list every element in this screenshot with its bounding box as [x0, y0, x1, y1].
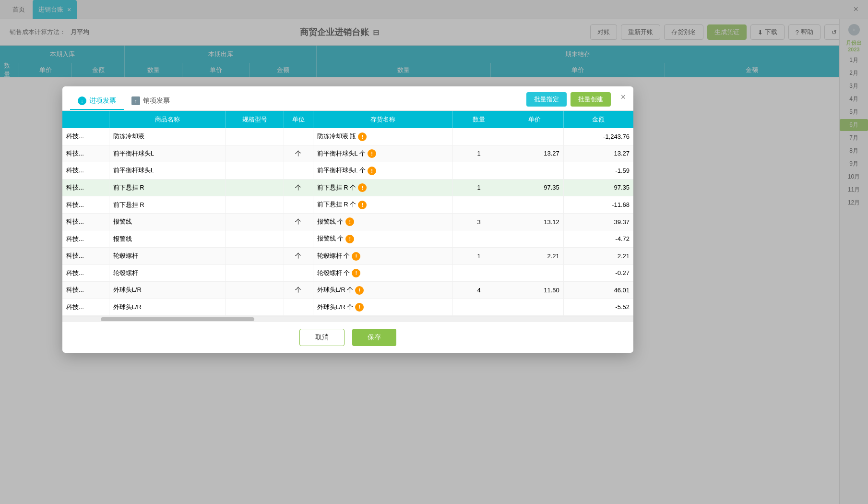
cell-1-0: 科技... — [62, 145, 109, 162]
cell-4-2 — [226, 196, 284, 214]
cell-7-0: 科技... — [62, 247, 109, 264]
cell-10-6 — [505, 299, 563, 316]
cell-3-0: 科技... — [62, 179, 109, 196]
incoming-tab-icon: ↓ — [78, 96, 86, 105]
cell-8-0: 科技... — [62, 264, 109, 282]
cell-1-2 — [226, 145, 284, 162]
cell-5-3: 个 — [284, 213, 313, 230]
outgoing-tab-icon: ↑ — [131, 96, 140, 105]
cell-7-3: 个 — [284, 247, 313, 264]
cell-7-1: 轮毂螺杆 — [109, 247, 226, 264]
col-header-spec: 规格型号 — [226, 111, 284, 128]
table-row[interactable]: 科技...报警线个报警线 个!313.1239.37 — [62, 213, 633, 230]
cell-9-7: 46.01 — [563, 282, 633, 299]
cell-3-2 — [226, 179, 284, 196]
warning-icon: ! — [345, 235, 354, 243]
cell-10-3 — [284, 299, 313, 316]
cancel-button[interactable]: 取消 — [299, 329, 345, 346]
modal-dialog: ↓ 进项发票 ↑ 销项发票 批量指定 批量创建 × 商品名称 规格型号 单位 存… — [62, 86, 633, 353]
cell-3-4: 前下悬挂 R 个! — [313, 179, 452, 196]
cell-2-2 — [226, 162, 284, 180]
batch-create-button[interactable]: 批量创建 — [571, 92, 611, 107]
cell-1-6: 13.27 — [505, 145, 563, 162]
modal-close-icon[interactable]: × — [620, 92, 626, 107]
batch-assign-button[interactable]: 批量指定 — [526, 92, 567, 107]
cell-9-3: 个 — [284, 282, 313, 299]
col-header-amount: 金额 — [563, 111, 633, 128]
table-row[interactable]: 科技...防冻冷却液防冻冷却液 瓶!-1,243.76 — [62, 128, 633, 145]
warning-icon: ! — [368, 149, 376, 158]
cell-1-1: 前平衡杆球头L — [109, 145, 226, 162]
table-row[interactable]: 科技...前平衡杆球头L个前平衡杆球头L 个!113.2713.27 — [62, 145, 633, 162]
cell-6-7: -4.72 — [563, 230, 633, 248]
modal-header: ↓ 进项发票 ↑ 销项发票 批量指定 批量创建 × — [62, 86, 633, 111]
cell-10-7: -5.52 — [563, 299, 633, 316]
cell-4-7: -11.68 — [563, 196, 633, 214]
cell-9-4: 外球头L/R 个! — [313, 282, 452, 299]
cell-10-2 — [226, 299, 284, 316]
cell-0-5 — [453, 128, 505, 145]
cell-7-6: 2.21 — [505, 247, 563, 264]
cell-7-5: 1 — [453, 247, 505, 264]
cell-3-7: 97.35 — [563, 179, 633, 196]
cell-8-4: 轮毂螺杆 个! — [313, 264, 452, 282]
modal-body[interactable]: 商品名称 规格型号 单位 存货名称 数量 单价 金额 科技...防冻冷却液防冻冷… — [62, 111, 633, 316]
cell-4-5 — [453, 196, 505, 214]
save-button[interactable]: 保存 — [352, 329, 396, 346]
warning-icon: ! — [345, 217, 354, 226]
cell-8-1: 轮毂螺杆 — [109, 264, 226, 282]
cell-5-0: 科技... — [62, 213, 109, 230]
cell-10-1: 外球头L/R — [109, 299, 226, 316]
table-row[interactable]: 科技...外球头L/R个外球头L/R 个!411.5046.01 — [62, 282, 633, 299]
col-header-unit: 单位 — [284, 111, 313, 128]
cell-2-0: 科技... — [62, 162, 109, 180]
cell-2-5 — [453, 162, 505, 180]
warning-icon: ! — [352, 269, 360, 277]
scrollbar-thumb[interactable] — [101, 317, 254, 321]
cell-0-3 — [284, 128, 313, 145]
table-row[interactable]: 科技...前下悬挂 R个前下悬挂 R 个!197.3597.35 — [62, 179, 633, 196]
cell-10-5 — [453, 299, 505, 316]
cell-3-6: 97.35 — [505, 179, 563, 196]
invoice-table: 商品名称 规格型号 单位 存货名称 数量 单价 金额 科技...防冻冷却液防冻冷… — [62, 111, 633, 316]
col-header-price: 单价 — [505, 111, 563, 128]
cell-2-1: 前平衡杆球头L — [109, 162, 226, 180]
cell-7-2 — [226, 247, 284, 264]
table-row[interactable]: 科技...前下悬挂 R前下悬挂 R 个!-11.68 — [62, 196, 633, 214]
cell-2-3 — [284, 162, 313, 180]
tab-outgoing[interactable]: ↑ 销项发票 — [124, 93, 178, 110]
col-header-stock-name: 存货名称 — [313, 111, 452, 128]
table-row[interactable]: 科技...外球头L/R外球头L/R 个!-5.52 — [62, 299, 633, 316]
table-row[interactable]: 科技...前平衡杆球头L前平衡杆球头L 个!-1.59 — [62, 162, 633, 180]
cell-3-1: 前下悬挂 R — [109, 179, 226, 196]
cell-4-1: 前下悬挂 R — [109, 196, 226, 214]
horizontal-scrollbar[interactable] — [62, 316, 633, 322]
warning-icon: ! — [358, 132, 367, 141]
warning-icon: ! — [358, 201, 367, 209]
warning-icon: ! — [355, 286, 364, 295]
cell-9-5: 4 — [453, 282, 505, 299]
col-header-company — [62, 111, 109, 128]
outgoing-tab-label: 销项发票 — [143, 96, 170, 105]
cell-9-2 — [226, 282, 284, 299]
cell-4-4: 前下悬挂 R 个! — [313, 196, 452, 214]
cell-5-5: 3 — [453, 213, 505, 230]
cell-8-2 — [226, 264, 284, 282]
cell-6-4: 报警线 个! — [313, 230, 452, 248]
cell-8-3 — [284, 264, 313, 282]
warning-icon: ! — [352, 252, 360, 261]
table-row[interactable]: 科技...轮毂螺杆个轮毂螺杆 个!12.212.21 — [62, 247, 633, 264]
warning-icon: ! — [368, 167, 376, 175]
table-header: 商品名称 规格型号 单位 存货名称 数量 单价 金额 — [62, 111, 633, 128]
cell-6-5 — [453, 230, 505, 248]
cell-5-4: 报警线 个! — [313, 213, 452, 230]
tab-incoming[interactable]: ↓ 进项发票 — [70, 93, 124, 110]
cell-6-3 — [284, 230, 313, 248]
table-row[interactable]: 科技...报警线报警线 个!-4.72 — [62, 230, 633, 248]
cell-8-6 — [505, 264, 563, 282]
warning-icon: ! — [358, 183, 367, 192]
cell-4-3 — [284, 196, 313, 214]
table-row[interactable]: 科技...轮毂螺杆轮毂螺杆 个!-0.27 — [62, 264, 633, 282]
cell-5-6: 13.12 — [505, 213, 563, 230]
cell-7-4: 轮毂螺杆 个! — [313, 247, 452, 264]
